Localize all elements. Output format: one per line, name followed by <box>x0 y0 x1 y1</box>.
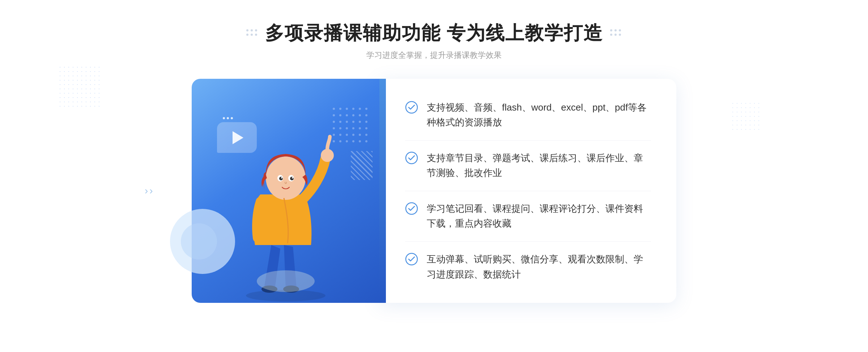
feature-text-3: 学习笔记回看、课程提问、课程评论打分、课件资料下载，重点内容收藏 <box>427 201 651 231</box>
svg-point-14 <box>406 152 417 164</box>
features-panel: 支持视频、音频、flash、word、excel、ppt、pdf等各种格式的资源… <box>380 79 676 303</box>
check-icon-2 <box>405 151 418 164</box>
chevron-right-icon-2: › <box>149 186 153 196</box>
chevron-right-icon: › <box>145 186 148 196</box>
svg-point-7 <box>279 177 283 180</box>
feature-item-1: 支持视频、音频、flash、word、excel、ppt、pdf等各种格式的资源… <box>405 90 651 141</box>
connector-bar <box>379 79 386 303</box>
feature-item-2: 支持章节目录、弹题考试、课后练习、课后作业、章节测验、批改作业 <box>405 141 651 191</box>
check-icon-3 <box>405 202 418 215</box>
svg-point-13 <box>406 102 417 113</box>
svg-point-4 <box>266 156 306 200</box>
illustration-panel <box>192 79 380 303</box>
page-wrapper: 多项录播课辅助功能 专为线上教学打造 学习进度全掌握，提升录播课教学效果 › › <box>0 0 868 352</box>
left-arrows-decoration: › › <box>145 186 153 196</box>
svg-point-9 <box>281 177 282 179</box>
content-section: › › <box>181 79 687 303</box>
svg-point-12 <box>257 270 315 292</box>
deco-circle-small <box>181 223 217 259</box>
check-icon-1 <box>405 101 418 114</box>
header-section: 多项录播课辅助功能 专为线上教学打造 学习进度全掌握，提升录播课教学效果 <box>246 22 622 61</box>
feature-item-3: 学习笔记回看、课程提问、课程评论打分、课件资料下载，重点内容收藏 <box>405 191 651 242</box>
decorator-dots-left <box>246 29 258 37</box>
svg-point-15 <box>406 203 417 214</box>
svg-point-11 <box>321 149 334 162</box>
feature-text-1: 支持视频、音频、flash、word、excel、ppt、pdf等各种格式的资源… <box>427 100 651 130</box>
sub-title: 学习进度全掌握，提升录播课教学效果 <box>246 50 622 61</box>
svg-point-10 <box>292 177 293 179</box>
person-illustration <box>217 115 354 303</box>
feature-text-2: 支持章节目录、弹题考试、课后练习、课后作业、章节测验、批改作业 <box>427 151 651 181</box>
feature-text-4: 互动弹幕、试听购买、微信分享、观看次数限制、学习进度跟踪、数据统计 <box>427 252 651 282</box>
feature-item-4: 互动弹幕、试听购买、微信分享、观看次数限制、学习进度跟踪、数据统计 <box>405 242 651 292</box>
decorator-dots-right <box>610 29 622 37</box>
svg-point-16 <box>406 253 417 265</box>
main-title: 多项录播课辅助功能 专为线上教学打造 <box>265 22 603 44</box>
check-icon-4 <box>405 253 418 266</box>
header-decorators: 多项录播课辅助功能 专为线上教学打造 <box>246 22 622 44</box>
svg-point-8 <box>290 177 294 180</box>
